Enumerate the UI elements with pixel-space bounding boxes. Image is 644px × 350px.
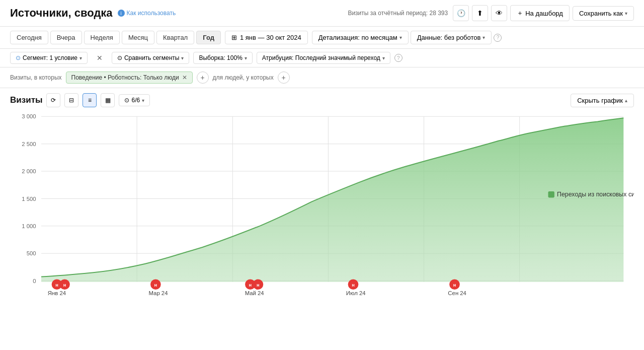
- svg-text:Мар 24: Мар 24: [148, 290, 168, 296]
- dashboard-label: На дашборд: [525, 10, 563, 17]
- svg-text:2 000: 2 000: [22, 168, 36, 174]
- svg-text:н: н: [257, 283, 260, 288]
- chart-type-area-button[interactable]: ⊟: [64, 93, 78, 107]
- period-year-button[interactable]: Год: [196, 31, 221, 44]
- segment-label: Сегмент: 1 условие: [23, 54, 77, 61]
- how-to-use-link[interactable]: i Как использовать: [118, 10, 176, 17]
- svg-text:1 000: 1 000: [22, 223, 36, 229]
- how-to-use-label: Как использовать: [127, 10, 176, 17]
- svg-text:3 000: 3 000: [22, 113, 36, 119]
- save-label: Сохранить как: [579, 10, 623, 17]
- chart-type-line-button[interactable]: ⟳: [46, 93, 60, 107]
- compare-button[interactable]: 👁: [491, 5, 507, 21]
- add-person-filter-button[interactable]: +: [278, 72, 290, 84]
- metrics-button[interactable]: ⊙ 6/6 ▾: [119, 94, 150, 106]
- svg-text:Янв 24: Янв 24: [48, 290, 66, 296]
- svg-text:500: 500: [27, 250, 36, 256]
- chevron-down-icon: ▾: [399, 35, 402, 40]
- period-week-button[interactable]: Неделя: [84, 31, 120, 44]
- svg-text:0: 0: [33, 278, 36, 284]
- remove-segment-button[interactable]: ✕: [92, 52, 108, 64]
- svg-text:Июл 24: Июл 24: [346, 290, 366, 296]
- period-yesterday-button[interactable]: Вчера: [50, 31, 82, 44]
- attribution-button[interactable]: Атрибуция: Последний значимый переход ▾: [257, 52, 390, 64]
- chevron-down-icon: ▾: [482, 35, 485, 40]
- page-title: Источники, сводка: [10, 7, 113, 20]
- hide-chart-label: Скрыть график: [577, 97, 623, 104]
- data-help-icon[interactable]: ?: [494, 34, 502, 42]
- save-button[interactable]: Сохранить как ▾: [573, 6, 634, 21]
- sample-label: Выборка: 100%: [199, 54, 242, 61]
- svg-rect-38: [548, 191, 554, 197]
- chart-type-bar-button[interactable]: ▦: [101, 93, 115, 107]
- add-filter-button[interactable]: +: [197, 72, 209, 84]
- svg-text:1 500: 1 500: [22, 196, 36, 202]
- page-header: Источники, сводка i Как использовать Виз…: [0, 0, 644, 27]
- period-toolbar: Сегодня Вчера Неделя Месяц Квартал Год ⊞…: [0, 27, 644, 49]
- chevron-down-icon: ▾: [625, 11, 627, 16]
- data-label: Данные: без роботов: [417, 34, 481, 41]
- chart-title: Визиты: [10, 95, 42, 105]
- svg-text:Сен 24: Сен 24: [448, 290, 466, 296]
- calendar-icon: ⊞: [231, 34, 237, 41]
- hide-chart-button[interactable]: Скрыть график ▴: [571, 94, 634, 107]
- chevron-down-icon: ▾: [142, 98, 144, 103]
- attr-help-icon[interactable]: ?: [394, 54, 403, 62]
- period-today-button[interactable]: Сегодня: [10, 31, 48, 44]
- behavior-tag: Поведение • Роботность: Только люди ✕: [66, 72, 193, 84]
- segment-bar: ⊙ Сегмент: 1 условие ▾ ✕ ⊙ Сравнить сегм…: [0, 49, 644, 67]
- svg-text:н: н: [63, 283, 66, 288]
- chevron-down-icon: ▾: [245, 55, 247, 61]
- share-button[interactable]: ⬆: [472, 5, 488, 21]
- header-actions: 🕐 ⬆ 👁 ＋ На дашборд Сохранить как ▾: [453, 5, 634, 21]
- visits-summary: Визиты за отчётный период: 28 393: [348, 10, 448, 17]
- detail-label: Детализация: по месяцам: [318, 34, 397, 41]
- period-quarter-button[interactable]: Квартал: [156, 31, 194, 44]
- svg-text:Май 24: Май 24: [245, 290, 264, 296]
- dashboard-button[interactable]: ＋ На дашборд: [510, 5, 570, 21]
- chevron-down-icon: ▾: [181, 55, 184, 61]
- svg-text:Переходы из поисковых систем: Переходы из поисковых систем: [557, 191, 634, 198]
- chevron-down-icon: ▾: [382, 55, 385, 61]
- filter-bar: Визиты, в которых Поведение • Роботность…: [0, 67, 644, 88]
- svg-text:н: н: [154, 283, 157, 288]
- chart-type-stacked-button[interactable]: ≡: [83, 93, 97, 107]
- tag-close-button[interactable]: ✕: [182, 74, 187, 81]
- compare-label: Сравнить сегменты: [124, 54, 180, 61]
- filter-visits-label: Визиты, в которых: [10, 74, 62, 81]
- info-icon: i: [118, 10, 125, 17]
- period-month-button[interactable]: Месяц: [122, 31, 154, 44]
- filter-separator: для людей, у которых: [213, 74, 274, 81]
- chart-controls: Визиты ⟳ ⊟ ≡ ▦ ⊙ 6/6 ▾ Скрыть график ▴: [10, 93, 634, 107]
- svg-text:н: н: [453, 283, 456, 288]
- svg-text:2 500: 2 500: [22, 141, 36, 147]
- date-range-button[interactable]: ⊞ 1 янв — 30 окт 2024: [225, 31, 308, 44]
- sample-button[interactable]: Выборка: 100% ▾: [193, 52, 252, 64]
- plus-icon: ＋: [517, 9, 523, 18]
- history-button[interactable]: 🕐: [453, 5, 469, 21]
- area-chart: 0 500 1 000 1 500 2 000 2 500 3 000 н н …: [10, 111, 634, 308]
- metrics-dot-icon: ⊙: [124, 97, 129, 104]
- behavior-tag-text: Поведение • Роботность: Только люди: [71, 74, 179, 81]
- data-button[interactable]: Данные: без роботов ▾: [411, 31, 492, 44]
- compare-segments-button[interactable]: ⊙ Сравнить сегменты ▾: [112, 52, 190, 64]
- metrics-label: 6/6: [131, 97, 140, 104]
- svg-text:н: н: [352, 283, 355, 288]
- svg-text:н: н: [249, 283, 252, 288]
- chevron-up-icon: ▴: [625, 98, 627, 103]
- segment-icon: ⊙: [16, 54, 21, 61]
- chevron-down-icon: ▾: [79, 55, 82, 61]
- chart-wrapper: 0 500 1 000 1 500 2 000 2 500 3 000 н н …: [10, 111, 634, 308]
- svg-text:н: н: [55, 283, 58, 288]
- chart-section: Визиты ⟳ ⊟ ≡ ▦ ⊙ 6/6 ▾ Скрыть график ▴: [0, 88, 644, 313]
- compare-icon: ⊙: [117, 54, 122, 61]
- detail-button[interactable]: Детализация: по месяцам ▾: [312, 31, 409, 44]
- attribution-label: Атрибуция: Последний значимый переход: [262, 54, 380, 61]
- segment-button[interactable]: ⊙ Сегмент: 1 условие ▾: [10, 52, 88, 64]
- date-range-label: 1 янв — 30 окт 2024: [240, 34, 301, 41]
